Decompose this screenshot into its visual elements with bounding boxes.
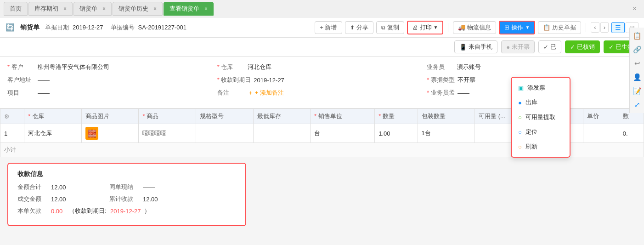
divider1 <box>448 23 448 32</box>
list-view-button[interactable]: ☰ <box>611 22 625 33</box>
from-phone-button[interactable]: 📱 来自手机 <box>454 40 497 53</box>
prev-arrow[interactable]: ‹ <box>591 22 599 33</box>
sidebar-icon-4[interactable]: 👤 <box>631 71 644 84</box>
row-pack-qty: 1台 <box>418 124 475 143</box>
customer-value: 柳州粤港平安气体有限公司 <box>38 63 109 71</box>
history-icon: 📋 <box>543 24 550 31</box>
dropdown-add-invoice[interactable]: ▣ 添发票 <box>512 80 570 95</box>
effective-icon: ✓ <box>609 44 614 51</box>
cancelled-icon: ✓ <box>570 44 575 51</box>
truck-icon: 🚚 <box>458 24 465 31</box>
sidebar-icon-2[interactable]: 🔗 <box>631 43 644 56</box>
tab-home[interactable]: 首页 <box>4 2 28 16</box>
transaction-amount-value: 12.00 <box>51 196 66 203</box>
date-label: 单据日期 2019-12-27 <box>45 23 103 32</box>
locate-icon: ○ <box>518 129 522 136</box>
transaction-amount-item: 成交金额 12.00 <box>17 195 91 203</box>
history-button[interactable]: 📋 历史单据 <box>538 21 581 34</box>
tab-view-close[interactable]: × <box>204 6 208 12</box>
row-index: 1 <box>0 124 24 143</box>
copy-button[interactable]: ⧉ 复制 <box>376 21 404 34</box>
col-pack-qty: 包装数量 <box>418 109 475 124</box>
warehouse-label: 仓库 <box>217 63 245 71</box>
dropdown-locate[interactable]: ○ 定位 <box>512 125 570 139</box>
staff-label: 业务员 <box>427 63 454 71</box>
copy-icon: ⧉ <box>381 24 385 31</box>
total-amount-value: 12.00 <box>51 184 66 191</box>
next-arrow[interactable]: › <box>600 22 609 33</box>
row-warehouse: 河北仓库 <box>24 124 82 143</box>
number-label: 单据编号 SA-20191227-001 <box>111 23 187 32</box>
payment-row-3: 本单欠款 0.00 （收款到期日: 2019-12-27 ） <box>17 207 236 215</box>
available-pickup-icon: ○ <box>518 114 522 121</box>
col-spec: 规格型号 <box>196 109 253 124</box>
project-label: 项目 <box>7 89 35 97</box>
main-content: 客户 柳州粤港平安气体有限公司 仓库 河北仓库 业务员 演示账号 客户地址 ——… <box>0 57 644 226</box>
right-sidebar: 📋 🔗 ↩ 👤 📝 ⤢ <box>629 28 644 113</box>
phone-icon: 📱 <box>459 44 467 51</box>
row-min-stock <box>253 124 311 143</box>
print-icon: 🖨 <box>412 24 418 31</box>
col-gear: ⚙ <box>0 109 24 124</box>
col-quantity: 数量 <box>375 109 418 124</box>
staff2-label: 业务员孟 <box>427 89 455 97</box>
cancelled-button[interactable]: ✓ 已核销 <box>565 40 600 53</box>
add-note-button[interactable]: ＋ + 添加备注 <box>248 89 284 97</box>
tab-inventory-init[interactable]: 库存期初 × <box>28 2 73 16</box>
tab-sales-history[interactable]: 销货单历史 × <box>113 2 163 16</box>
close-all-button[interactable]: × <box>629 3 640 14</box>
current-due-value: 0.00 <box>51 208 62 215</box>
tab-sales-close[interactable]: × <box>102 6 106 12</box>
tab-sales-order[interactable]: 销货单 × <box>73 2 112 16</box>
staff-field: 业务员 演示账号 <box>427 63 637 71</box>
customer-label: 客户 <box>7 63 35 71</box>
product-thumbnail: 🧱 <box>85 127 98 140</box>
ticket-type-label: 票据类型 <box>427 76 455 84</box>
doc-meta: 单据日期 2019-12-27 单据编号 SA-20191227-001 <box>45 23 186 32</box>
sidebar-icon-1[interactable]: 📋 <box>631 29 644 42</box>
operate-button[interactable]: ⊞ 操作 ▼ <box>499 21 535 34</box>
tab-view-sales[interactable]: 查看销货单 × <box>164 2 214 16</box>
gear-icon[interactable]: ⚙ <box>4 113 10 120</box>
logistics-button[interactable]: 🚚 物流信息 <box>453 21 496 34</box>
new-button[interactable]: + 新增 <box>315 21 342 34</box>
row-spec <box>196 124 253 143</box>
sidebar-icon-3[interactable]: ↩ <box>631 57 644 70</box>
dropdown-refresh[interactable]: ○ 刷新 <box>512 139 570 154</box>
operate-dropdown-arrow: ▼ <box>525 25 530 30</box>
sidebar-icon-expand[interactable]: ⤢ <box>631 98 644 111</box>
payment-date-field: 收款到期日 2019-12-27 <box>217 76 427 84</box>
print-button[interactable]: 🖨 打印 ▼ <box>407 21 444 34</box>
tab-inventory-close[interactable]: × <box>63 6 67 12</box>
dropdown-outbound[interactable]: ● 出库 <box>512 95 570 110</box>
due-date-label: （收款到期日: <box>69 207 107 215</box>
col-min-stock: 最低库存 <box>253 109 311 124</box>
row-amount: 0. <box>619 124 644 143</box>
sidebar-icon-5[interactable]: 📝 <box>631 85 644 97</box>
total-amount-item: 金额合计 12.00 <box>17 183 91 191</box>
cumulative-receipt-item: 累计收款 12.00 <box>109 195 183 203</box>
tab-view-label: 查看销货单 <box>169 5 199 13</box>
address-field: 客户地址 —— <box>7 76 217 84</box>
check-icon: ✓ <box>543 44 548 51</box>
tab-history-label: 销货单历史 <box>119 5 148 13</box>
refresh-icon: ○ <box>518 143 522 150</box>
tab-history-close[interactable]: × <box>153 6 157 12</box>
cumulative-receipt-label: 累计收款 <box>109 195 139 203</box>
project-field: 项目 —— <box>7 89 217 97</box>
warehouse-field: 仓库 河北仓库 <box>217 63 427 71</box>
same-order-item: 同单现结 —— <box>109 183 183 191</box>
dropdown-available-pickup[interactable]: ○ 可用量提取 <box>512 110 570 125</box>
address-label: 客户地址 <box>7 76 35 84</box>
toolbar-left: 🔄 销货单 单据日期 2019-12-27 单据编号 SA-20191227-0… <box>6 23 311 32</box>
share-button[interactable]: ⬆ 分享 <box>345 21 373 34</box>
staff-value: 演示账号 <box>457 63 481 71</box>
check-button[interactable]: ✓ 已 <box>538 40 561 53</box>
not-open-button[interactable]: ● 未开票 <box>501 40 535 53</box>
row-image: 🧱 <box>81 124 139 143</box>
due-date-suffix: ） <box>144 207 150 215</box>
print-dropdown-arrow: ▼ <box>434 25 438 30</box>
row-product: 嘻嘻嘻嘻 <box>139 124 196 143</box>
row-quantity: 1.00 <box>375 124 418 143</box>
outbound-icon: ● <box>518 99 522 106</box>
